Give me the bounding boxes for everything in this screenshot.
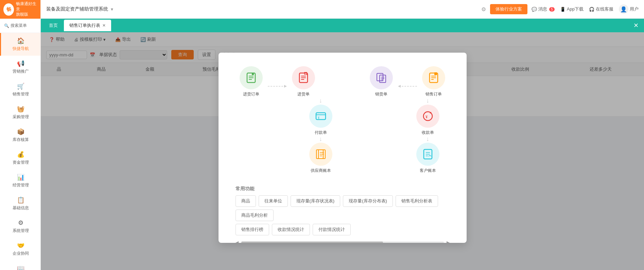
- arrow-purchase-order-to-purchase: [267, 84, 288, 97]
- func-stock-dist[interactable]: 现存量(库存分布表): [343, 195, 393, 207]
- common-functions-section: 常用功能 商品 往来单位 现存量(库存状况表) 现存量(库存分布表) 销售毛利分…: [229, 186, 456, 239]
- svg-text:¥: ¥: [318, 115, 320, 120]
- sidebar-item-guide[interactable]: 📖 新手引导: [0, 260, 40, 270]
- flow-diagram-wrapper: 进货订单 进货单: [229, 63, 456, 186]
- func-buttons-row1: 商品 往来单位 现存量(库存状况表) 现存量(库存分布表) 销售毛利分析表 商品…: [236, 195, 450, 221]
- scroll-track[interactable]: [241, 241, 444, 243]
- sales-icon: [370, 66, 393, 89]
- sidebar-nav: 🏠 快捷导航 📢 营销推广 🛒 销售管理 🧺 采购管理 📦 库存核算 💰: [0, 33, 40, 270]
- settings-icon[interactable]: ⚙: [481, 6, 486, 13]
- system-title-area: 装备及固定资产辅助管理系统 ▾: [46, 6, 477, 12]
- sidebar-item-operations[interactable]: 📊 经营管理: [0, 169, 40, 192]
- scroll-left-icon[interactable]: ◀: [236, 240, 239, 243]
- modal-overlay[interactable]: 进货订单 进货单: [41, 32, 644, 270]
- sidebar-item-collab[interactable]: 🤝 企业协同: [0, 238, 40, 260]
- node-sales: 销货单: [366, 66, 397, 97]
- payment-down-arrow: ↓: [319, 136, 322, 143]
- user-avatar: 👤: [619, 4, 628, 14]
- quick-nav-icon: 🏠: [17, 37, 24, 44]
- payment-icon: ¥: [309, 105, 332, 128]
- operations-icon: 📊: [17, 174, 24, 181]
- content-area: ❓ 帮助 🖨 按模板打印 ▾ 📤 导出 🔄 刷新: [41, 32, 644, 270]
- marketing-icon: 📢: [17, 60, 24, 67]
- sidebar-search-area: 🔍 搜索菜单: [0, 19, 40, 33]
- sidebar-item-marketing[interactable]: 📢 营销推广: [0, 56, 40, 78]
- func-product-margin[interactable]: 商品毛利分析: [236, 210, 274, 221]
- message-button[interactable]: 💬 消息 5: [532, 6, 555, 12]
- system-title-text: 装备及固定资产辅助管理系统: [46, 6, 108, 12]
- sales-icon: 🛒: [17, 83, 24, 90]
- system-icon: ⚙: [18, 219, 23, 227]
- svg-marker-5: [284, 85, 287, 88]
- node-sales-order: 销售订单: [418, 66, 449, 97]
- tab-sales-order-exec[interactable]: 销售订单执行表 ✕: [64, 20, 111, 31]
- tab-home[interactable]: 首页: [43, 20, 63, 31]
- sales-down-area: ↓: [406, 97, 450, 105]
- func-product[interactable]: 商品: [236, 195, 256, 207]
- window-close-button[interactable]: ✕: [631, 22, 641, 29]
- search-menu-button[interactable]: 🔍 搜索菜单: [3, 21, 38, 30]
- customer-ledger-icon: [416, 143, 439, 166]
- finance-icon: 💰: [17, 151, 24, 158]
- sidebar-item-sales[interactable]: 🛒 销售管理: [0, 78, 40, 101]
- supplier-ledger-icon: [309, 143, 332, 166]
- sales-down-arrow: ↓: [426, 97, 429, 105]
- main-content: 装备及固定资产辅助管理系统 ▾ ⚙ 体验行业方案 💬 消息 5 📱 App下载 …: [41, 0, 644, 270]
- func-sales-rank[interactable]: 销售排行榜: [236, 224, 269, 235]
- node-customer-ledger: 客户账本: [406, 143, 450, 174]
- purchase-down-arrow: ↓: [319, 97, 322, 105]
- message-badge: 5: [549, 7, 555, 12]
- common-functions-title: 常用功能: [236, 186, 450, 192]
- func-sales-margin[interactable]: 销售毛利分析表: [396, 195, 438, 207]
- node-payment: ¥ 付款单: [299, 105, 343, 136]
- func-receipt-stats[interactable]: 收款情况统计: [272, 224, 310, 235]
- func-partner[interactable]: 往来单位: [259, 195, 288, 207]
- receipt-down-area: ↓: [406, 136, 450, 143]
- tab-bar: 首页 销售订单执行表 ✕ ✕: [41, 19, 644, 32]
- tab-close-icon[interactable]: ✕: [102, 23, 106, 28]
- service-icon: 🎧: [589, 7, 594, 12]
- sidebar-item-quick[interactable]: 🏠 快捷导航: [0, 33, 40, 56]
- modal-scrollbar[interactable]: ◀ ▶: [229, 239, 456, 243]
- scroll-thumb[interactable]: [241, 241, 383, 243]
- sidebar-item-system[interactable]: ⚙ 系统管理: [0, 215, 40, 238]
- scroll-right-icon[interactable]: ▶: [447, 240, 450, 243]
- svg-marker-16: [398, 85, 401, 88]
- user-area[interactable]: 👤 用户: [619, 4, 639, 14]
- guide-icon: 📖: [17, 265, 24, 270]
- search-icon: 🔍: [4, 23, 9, 28]
- sidebar-item-finance[interactable]: 💰 资金管理: [0, 147, 40, 169]
- sidebar-item-purchase[interactable]: 🧺 采购管理: [0, 101, 40, 124]
- collab-icon: 🤝: [17, 242, 24, 249]
- online-service-button[interactable]: 🎧 在线客服: [589, 6, 613, 12]
- trial-button[interactable]: 体验行业方案: [490, 4, 527, 14]
- svg-point-25: [423, 112, 432, 121]
- svg-text:¥: ¥: [425, 114, 428, 119]
- node-purchase-order: 进货订单: [236, 66, 267, 97]
- top-bar: 装备及固定资产辅助管理系统 ▾ ⚙ 体验行业方案 💬 消息 5 📱 App下载 …: [41, 0, 644, 19]
- logo-text: 畅康通好生意 旗舰版: [16, 1, 37, 17]
- logo-icon: 畅: [3, 3, 14, 16]
- receipt-down-arrow: ↓: [426, 136, 429, 143]
- sidebar-item-basic[interactable]: 📋 基础信息: [0, 192, 40, 215]
- app-download-button[interactable]: 📱 App下载: [560, 6, 584, 12]
- node-receipt: ¥ 收款单: [406, 105, 450, 136]
- func-stock-status[interactable]: 现存量(库存状况表): [291, 195, 341, 207]
- inventory-icon: 📦: [17, 128, 24, 136]
- purchase-order-icon: [240, 66, 263, 89]
- node-supplier-ledger: 供应商账本: [299, 143, 343, 174]
- top-right-area: 💬 消息 5 📱 App下载 🎧 在线客服 👤 用户: [532, 4, 639, 14]
- download-icon: 📱: [560, 7, 565, 12]
- func-payment-stats[interactable]: 付款情况统计: [313, 224, 351, 235]
- purchase-down-area: ↓: [299, 97, 343, 105]
- purchase-icon: [292, 66, 315, 89]
- func-buttons-row2: 销售排行榜 收款情况统计 付款情况统计: [236, 224, 450, 235]
- purchase-icon: 🧺: [17, 105, 24, 113]
- node-purchase: 进货单: [288, 66, 319, 97]
- receipt-icon: ¥: [416, 105, 439, 128]
- svg-rect-21: [434, 72, 437, 75]
- sidebar-logo: 畅 畅康通好生意 旗舰版: [0, 0, 40, 19]
- sidebar-item-inventory[interactable]: 📦 库存核算: [0, 124, 40, 147]
- quick-nav-modal: 进货订单 进货单: [219, 53, 467, 243]
- title-dropdown-icon[interactable]: ▾: [111, 6, 113, 12]
